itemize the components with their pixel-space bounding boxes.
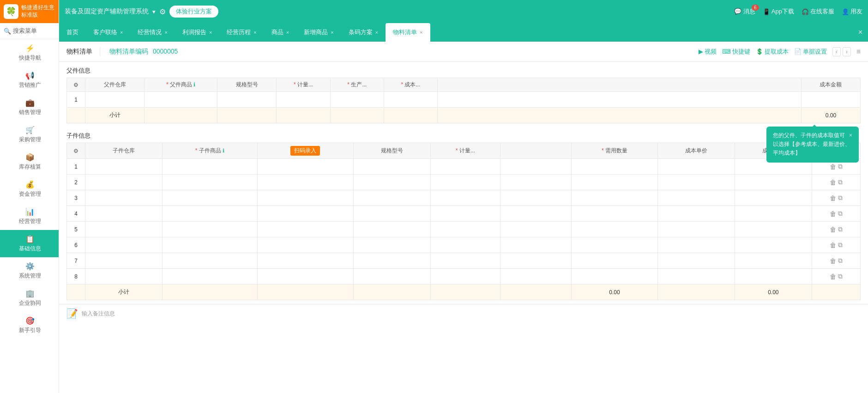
child-spec-5[interactable] — [353, 222, 430, 237]
sidebar-item-basics[interactable]: 📋 基础信息 — [0, 230, 59, 257]
delete-row-7[interactable]: 🗑 — [830, 257, 836, 265]
copy-row-4[interactable]: ⧉ — [838, 210, 843, 218]
child-product-7[interactable] — [162, 253, 257, 269]
sidebar-item-inventory[interactable]: 📦 库存核算 — [0, 148, 59, 175]
close-barcode-tab[interactable]: × — [375, 30, 378, 35]
prev-arrow[interactable]: ‹ — [832, 47, 841, 56]
child-amount-4[interactable] — [735, 206, 812, 222]
parent-warehouse-cell[interactable] — [85, 92, 145, 108]
child-amount-3[interactable] — [735, 190, 812, 206]
delete-row-2[interactable]: 🗑 — [830, 179, 836, 186]
message-badge[interactable]: 💬 6 消息 — [734, 7, 755, 16]
child-warehouse-3[interactable] — [85, 190, 163, 206]
copy-row-5[interactable]: ⧉ — [838, 225, 843, 233]
trial-button[interactable]: 体验行业方案 — [169, 6, 218, 18]
scrollable-content[interactable]: 父件信息 ⚙ 父件仓库 * 父件商品 ℹ 规格型号 * 计量... * 生产..… — [59, 62, 868, 393]
child-warehouse-6[interactable] — [85, 237, 163, 253]
tooltip-close-btn[interactable]: × — [849, 131, 852, 140]
child-col-settings[interactable]: ⚙ — [67, 143, 85, 159]
close-history-tab[interactable]: × — [253, 30, 256, 35]
child-product-5[interactable] — [162, 222, 257, 237]
sidebar-item-quick-nav[interactable]: ⚡ 快捷导航 — [0, 39, 59, 67]
child-spec-7[interactable] — [353, 253, 430, 269]
close-profit-tab[interactable]: × — [209, 30, 212, 35]
close-bom-tab[interactable]: × — [420, 30, 422, 35]
tab-home[interactable]: 首页 — [59, 23, 86, 42]
child-warehouse-1[interactable] — [85, 159, 163, 175]
tab-bom[interactable]: 物料清单 × — [386, 23, 430, 42]
copy-row-3[interactable]: ⧉ — [838, 194, 843, 202]
child-qty-8[interactable] — [430, 269, 500, 284]
child-warehouse-2[interactable] — [85, 175, 163, 190]
close-customers-tab[interactable]: × — [120, 30, 123, 35]
single-settings-action[interactable]: 📄 单据设置 — [794, 48, 827, 56]
close-goods-tab[interactable]: × — [286, 30, 289, 35]
sidebar-item-finance[interactable]: 💰 资金管理 — [0, 175, 59, 203]
tab-barcode[interactable]: 条码方案 × — [341, 23, 386, 42]
system-dropdown[interactable]: ▾ — [152, 8, 156, 15]
child-unit-cost-2[interactable] — [658, 175, 735, 190]
child-warehouse-4[interactable] — [85, 206, 163, 222]
child-unit-cost-4[interactable] — [658, 206, 735, 222]
copy-row-8[interactable]: ⧉ — [838, 272, 843, 280]
settings-icon[interactable]: ⚙ — [159, 7, 166, 16]
child-col-scan[interactable]: 扫码录入 — [257, 143, 353, 159]
child-needed-7[interactable] — [571, 253, 657, 269]
next-arrow[interactable]: › — [843, 47, 851, 56]
child-needed-1[interactable] — [571, 159, 657, 175]
parent-amount-cell[interactable] — [801, 92, 860, 108]
child-spec-8[interactable] — [353, 269, 430, 284]
child-needed-6[interactable] — [571, 237, 657, 253]
tab-new-goods[interactable]: 新增商品 × — [296, 23, 341, 42]
sidebar-item-system[interactable]: ⚙️ 系统管理 — [0, 257, 59, 284]
child-qty-7[interactable] — [430, 253, 500, 269]
sidebar-item-purchase[interactable]: 🛒 采购管理 — [0, 121, 59, 148]
delete-row-3[interactable]: 🗑 — [830, 194, 836, 202]
bottom-hint-text[interactable]: 输入备注信息 — [82, 310, 115, 318]
copy-row-1[interactable]: ⧉ — [838, 163, 843, 170]
child-amount-2[interactable] — [735, 175, 812, 190]
parent-product-cell[interactable] — [145, 92, 217, 108]
tab-history[interactable]: 经营历程 × — [219, 23, 264, 42]
child-spec-6[interactable] — [353, 237, 430, 253]
extract-cost-action[interactable]: 💲 提取成本 — [756, 48, 789, 56]
child-product-8[interactable] — [162, 269, 257, 284]
child-qty-2[interactable] — [430, 175, 500, 190]
child-unit-cost-7[interactable] — [658, 253, 735, 269]
tab-operations[interactable]: 经营情况 × — [130, 23, 175, 42]
sidebar-item-enterprise[interactable]: 🏢 企业协同 — [0, 284, 59, 312]
child-qty-5[interactable] — [430, 222, 500, 237]
child-warehouse-8[interactable] — [85, 269, 163, 284]
child-product-3[interactable] — [162, 190, 257, 206]
grid-view-icon[interactable]: ≡ — [856, 48, 861, 56]
parent-produce-cell[interactable] — [330, 92, 384, 108]
child-amount-5[interactable] — [735, 222, 812, 237]
child-product-4[interactable] — [162, 206, 257, 222]
delete-row-1[interactable]: 🗑 — [830, 163, 836, 170]
child-needed-2[interactable] — [571, 175, 657, 190]
child-spec-3[interactable] — [353, 190, 430, 206]
tab-profit[interactable]: 利润报告 × — [175, 23, 219, 42]
tab-customers[interactable]: 客户联络 × — [86, 23, 130, 42]
child-qty-6[interactable] — [430, 237, 500, 253]
child-amount-7[interactable] — [735, 253, 812, 269]
delete-row-6[interactable]: 🗑 — [830, 242, 836, 249]
close-all-tabs[interactable]: × — [853, 28, 868, 36]
child-unit-cost-6[interactable] — [658, 237, 735, 253]
delete-row-8[interactable]: 🗑 — [830, 273, 836, 280]
tab-goods[interactable]: 商品 × — [264, 23, 296, 42]
sidebar-item-operations[interactable]: 📊 经营管理 — [0, 203, 59, 230]
child-qty-4[interactable] — [430, 206, 500, 222]
child-spec-1[interactable] — [353, 159, 430, 175]
child-qty-3[interactable] — [430, 190, 500, 206]
child-unit-cost-8[interactable] — [658, 269, 735, 284]
sidebar-item-guide[interactable]: 🎯 新手引导 — [0, 312, 59, 339]
child-needed-3[interactable] — [571, 190, 657, 206]
child-amount-8[interactable] — [735, 269, 812, 284]
child-qty-1[interactable] — [430, 159, 500, 175]
child-needed-8[interactable] — [571, 269, 657, 284]
child-amount-6[interactable] — [735, 237, 812, 253]
child-spec-4[interactable] — [353, 206, 430, 222]
copy-row-2[interactable]: ⧉ — [838, 178, 843, 186]
child-product-6[interactable] — [162, 237, 257, 253]
